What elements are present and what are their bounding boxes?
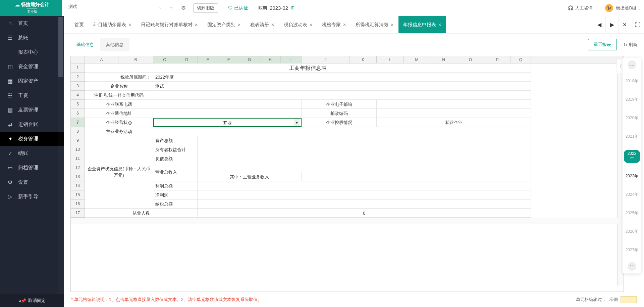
sidebar-item-5[interactable]: ☷工资 — [0, 88, 64, 103]
value-email[interactable] — [377, 100, 531, 109]
tab-7[interactable]: 所得税汇算清缴✕ — [351, 16, 398, 33]
calendar-icon[interactable]: 🗓 — [291, 5, 295, 10]
value-holding[interactable]: 私营企业 — [377, 118, 531, 127]
value-liab[interactable] — [198, 154, 531, 163]
year-2018年[interactable]: 2018年 — [623, 76, 641, 86]
sidebar-scrollbar[interactable] — [58, 16, 64, 307]
value-regno[interactable] — [153, 91, 531, 100]
tab-close-icon[interactable]: ✕ — [309, 23, 313, 27]
value-postcode[interactable] — [377, 109, 531, 118]
unpin-button[interactable]: ◂📌 取消固定 — [0, 294, 64, 307]
support-button[interactable]: 🎧 人工咨询 — [568, 5, 593, 11]
row-header-1[interactable]: 1 — [71, 63, 85, 73]
tab-6[interactable]: 税检专家✕ — [317, 16, 351, 33]
col-header-J[interactable]: J — [302, 56, 350, 63]
refresh-button[interactable]: ↻ 刷新 — [624, 42, 637, 48]
row-header-15[interactable]: 15 — [71, 190, 85, 200]
col-header-L[interactable]: L — [377, 56, 404, 63]
row-header-11[interactable]: 11 — [71, 154, 85, 163]
value-address[interactable] — [153, 109, 302, 118]
sidebar-item-7[interactable]: ⇄进销台账 — [0, 117, 64, 132]
plus-icon[interactable]: ＋ — [168, 4, 174, 11]
col-header-P[interactable]: P — [484, 56, 511, 63]
fullscreen-button[interactable]: ⛶ — [631, 16, 644, 33]
year-2022年[interactable]: 2022年 — [624, 150, 640, 163]
col-header-D[interactable]: D — [176, 56, 198, 63]
year-2021年[interactable]: 2021年 — [623, 131, 641, 142]
accounting-period[interactable]: 账期 2023-02 🗓 — [258, 5, 295, 11]
value-mainbiz[interactable] — [153, 127, 531, 136]
sidebar-item-6[interactable]: ▤发票管理 — [0, 103, 64, 117]
col-header-I[interactable]: I — [281, 56, 302, 63]
sidebar-item-3[interactable]: ◫资金管理 — [0, 59, 64, 74]
tab-close-icon[interactable]: ✕ — [237, 23, 241, 27]
value-assets[interactable] — [198, 136, 531, 145]
col-header-K[interactable]: K — [350, 56, 377, 63]
user-menu[interactable]: 🐿 畅捷通B组... — [605, 4, 640, 12]
year-2027年[interactable]: 2027年 — [623, 245, 641, 255]
tab-close-icon[interactable]: ✕ — [195, 23, 198, 27]
col-header-F[interactable]: F — [218, 56, 239, 63]
col-header-E[interactable]: E — [198, 56, 218, 63]
value-profit[interactable] — [198, 181, 531, 190]
value-employees[interactable]: 0 — [198, 209, 531, 218]
col-header-N[interactable]: N — [430, 56, 457, 63]
row-header-3[interactable]: 3 — [71, 82, 85, 91]
year-2026年[interactable]: 2026年 — [623, 226, 641, 237]
company-selector[interactable]: 测试 ⌄ — [68, 4, 162, 12]
row-header-10[interactable]: 10 — [71, 145, 85, 154]
col-header-A[interactable]: A — [85, 56, 118, 63]
sidebar-item-2[interactable]: ⫍报表中心 — [0, 45, 64, 59]
col-header-B[interactable]: B — [118, 56, 153, 63]
row-header-7[interactable]: 7 — [71, 118, 85, 127]
year-down-button[interactable]: ﹀ — [628, 262, 636, 271]
row-header-17[interactable]: 17 — [71, 209, 85, 218]
row-header-13[interactable]: 13 — [71, 172, 85, 181]
subtab-0[interactable]: 基础信息 — [70, 38, 100, 51]
tab-2[interactable]: 日记账与银行对账单核对✕ — [136, 16, 203, 33]
tab-close-icon[interactable]: ✕ — [438, 23, 441, 27]
spreadsheet[interactable]: ABCDEFGHIJKLMNOPQ 1工商年报信息表2税款所属期间：2022年度… — [70, 56, 624, 292]
year-up-button[interactable]: ︿ — [628, 60, 636, 69]
year-2024年[interactable]: 2024年 — [623, 189, 641, 200]
sidebar-item-8[interactable]: ✦税务管理 — [0, 132, 64, 146]
sidebar-item-12[interactable]: ▷新手引导 — [0, 189, 64, 204]
year-2019年[interactable]: 2019年 — [623, 94, 641, 105]
tab-4[interactable]: 税表清册✕ — [246, 16, 279, 33]
row-header-8[interactable]: 8 — [71, 127, 85, 136]
col-header-C[interactable]: C — [153, 56, 176, 63]
value-main-revenue[interactable] — [302, 172, 531, 181]
sidebar-item-0[interactable]: ⌂首页 — [0, 16, 64, 31]
tab-8[interactable]: 年报信息申报表✕ — [398, 16, 446, 33]
value-revenue[interactable] — [198, 163, 531, 172]
tab-3[interactable]: 固定资产类别✕ — [203, 16, 246, 33]
col-header-O[interactable]: O — [457, 56, 484, 63]
value-company[interactable]: 测试 — [153, 82, 531, 91]
tab-next-button[interactable]: ▶ — [606, 16, 619, 33]
row-header-2[interactable]: 2 — [71, 73, 85, 82]
tab-0[interactable]: 首页 — [70, 16, 89, 33]
subtab-1[interactable]: 其他信息 — [100, 38, 129, 51]
select-all-corner[interactable] — [71, 56, 85, 63]
sidebar-item-4[interactable]: ▦固定资产 — [0, 74, 64, 88]
value-netprofit[interactable] — [198, 190, 531, 200]
col-header-Q[interactable]: Q — [511, 56, 531, 63]
tab-close-icon[interactable]: ✕ — [128, 23, 131, 27]
tab-1[interactable]: 斗目辅助余额表✕ — [89, 16, 136, 33]
tab-close-icon[interactable]: ✕ — [343, 23, 346, 27]
col-header-H[interactable]: H — [260, 56, 281, 63]
row-header-16[interactable]: 16 — [71, 200, 85, 209]
year-panel-collapse[interactable]: 《 — [616, 59, 623, 74]
sheet-hscroll[interactable] — [71, 218, 624, 224]
value-status-dropdown[interactable]: 开业▼ — [153, 118, 302, 127]
dropdown-icon[interactable]: ▼ — [294, 118, 300, 127]
gear-icon[interactable]: ⚙ — [181, 5, 186, 11]
row-header-4[interactable]: 4 — [71, 91, 85, 100]
sidebar-item-10[interactable]: ▭归档管理 — [0, 161, 64, 175]
sidebar-item-9[interactable]: ✓结账 — [0, 146, 64, 161]
reset-report-button[interactable]: 重置报表 — [588, 39, 617, 50]
tab-prev-button[interactable]: ◀ — [593, 16, 606, 33]
sidebar-item-1[interactable]: ☰总账 — [0, 31, 64, 45]
row-header-5[interactable]: 5 — [71, 100, 85, 109]
year-2020年[interactable]: 2020年 — [623, 113, 641, 123]
